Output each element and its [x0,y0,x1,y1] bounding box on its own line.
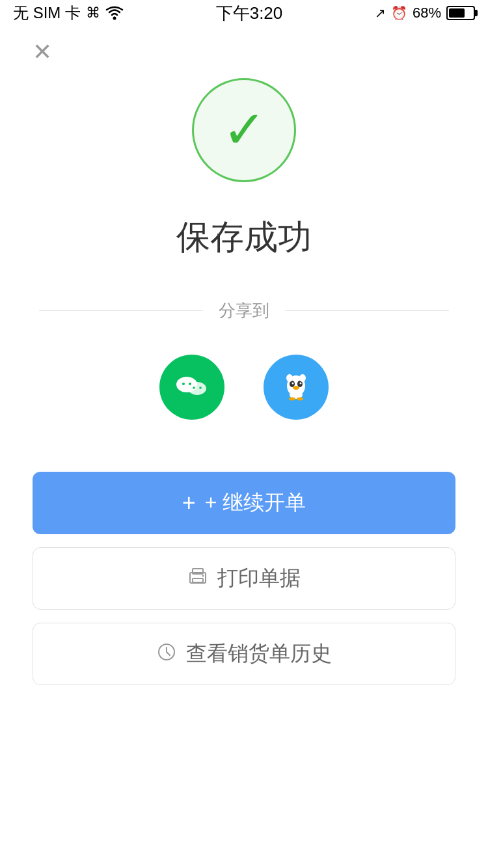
svg-point-15 [297,398,303,401]
success-circle: ✓ [192,78,296,182]
history-icon [156,642,177,667]
svg-point-16 [286,374,293,382]
status-right: ↗ ⏰ 68% [375,5,475,21]
alarm-icon: ⏰ [391,5,407,21]
carrier-text: 无 SIM 卡 [13,3,81,23]
divider-line-right [285,310,449,311]
action-buttons: + + 继续开单 打印单据 查看销货单历 [0,472,488,685]
print-button-text: 打印单据 [217,564,301,593]
continue-button[interactable]: + + 继续开单 [33,472,455,534]
status-time: 下午3:20 [216,2,283,25]
svg-point-6 [199,387,202,389]
location-icon: ↗ [375,5,386,21]
svg-point-0 [113,17,116,20]
share-label: 分享到 [203,299,285,322]
battery-indicator [446,6,475,20]
wifi-icon: ⌘ [86,5,100,21]
svg-point-17 [299,374,306,382]
qq-share-button[interactable] [264,355,329,420]
status-bar: 无 SIM 卡 ⌘ 下午3:20 ↗ ⏰ 68% [0,0,488,26]
svg-point-12 [293,386,299,390]
status-left: 无 SIM 卡 ⌘ [13,3,124,23]
svg-point-21 [202,575,204,576]
svg-point-5 [193,387,195,389]
history-button[interactable]: 查看销货单历史 [33,623,455,685]
checkmark-icon: ✓ [223,104,266,156]
print-icon [187,566,208,591]
svg-point-11 [300,383,302,385]
print-button[interactable]: 打印单据 [33,547,455,610]
wechat-share-button[interactable] [159,355,224,420]
continue-button-text: + 继续开单 [205,489,306,517]
wechat-icon [172,368,211,407]
svg-point-4 [189,383,191,385]
plus-icon: + [182,489,196,517]
history-button-text: 查看销货单历史 [186,640,332,668]
share-divider: 分享到 [0,299,488,322]
success-title: 保存成功 [176,215,312,260]
svg-point-10 [292,383,294,385]
battery-percent: 68% [413,5,441,21]
svg-rect-20 [193,578,203,582]
share-icons-container [159,355,329,420]
wifi-signal-icon [105,6,124,20]
main-content: ✓ 保存成功 分享到 [0,26,488,685]
divider-line-left [39,310,203,311]
svg-point-14 [289,398,295,401]
qq-icon [277,368,316,407]
svg-point-3 [182,383,185,385]
close-icon: ✕ [33,38,52,66]
close-button[interactable]: ✕ [26,36,59,68]
